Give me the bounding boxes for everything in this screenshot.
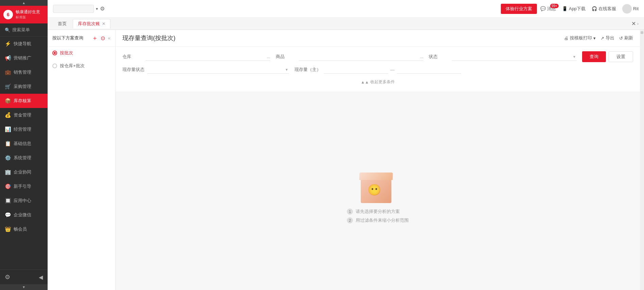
panel-collapse-btn[interactable]: › xyxy=(637,21,639,26)
scrollbar-thumb xyxy=(641,31,643,34)
sidebar-item-system[interactable]: ⚙️ 系统管理 xyxy=(0,151,48,165)
scheme-item-warehouse-batch[interactable]: 按仓库+批次 xyxy=(48,59,115,72)
online-service-item[interactable]: 🎧 在线客服 xyxy=(592,6,616,12)
sidebar-item-enterprise[interactable]: 🏢 企业协同 xyxy=(0,165,48,179)
sidebar-item-guide[interactable]: 🎯 新手引导 xyxy=(0,179,48,194)
sidebar-scroll-up[interactable]: ▲ xyxy=(0,0,48,6)
warehouse-input[interactable] xyxy=(146,53,270,61)
sidebar-item-quick-nav[interactable]: ⚡ 快捷导航 xyxy=(0,37,48,51)
refresh-button[interactable]: ↺ 刷新 xyxy=(619,35,633,41)
export-icon: ↗ xyxy=(600,36,604,41)
export-button[interactable]: ↗ 导出 xyxy=(600,35,614,41)
topbar-search-input[interactable] xyxy=(53,5,94,13)
print-template-button[interactable]: 🖨 按模板打印 ▾ xyxy=(564,35,596,41)
settings-scheme-button[interactable]: ⊙ xyxy=(101,35,105,41)
box-top xyxy=(359,173,393,180)
operations-icon: 📊 xyxy=(5,126,11,132)
stock-status-select-wrapper: 有库存 无库存 全部 ▾ xyxy=(147,66,289,74)
content-area: 😶 1 请先选择要分析的方案 2 用过滤条件来缩小分析范围 xyxy=(116,92,640,290)
query-button[interactable]: 查询 xyxy=(582,51,606,62)
nav-label: 资金管理 xyxy=(14,112,31,118)
collapse-left-panel-button[interactable]: « xyxy=(108,35,111,41)
app-download-item[interactable]: 📱 App下载 xyxy=(562,6,586,12)
panel-close-button[interactable]: ✕ xyxy=(631,20,636,27)
marketing-icon: 📢 xyxy=(5,55,11,61)
settings-footer-button[interactable]: ⚙ xyxy=(5,273,10,281)
stock-qty-range: — xyxy=(324,66,461,74)
user-item[interactable]: Rit xyxy=(622,4,639,14)
sidebar-item-finance[interactable]: 💰 资金管理 xyxy=(0,108,48,122)
topbar-dropdown-button[interactable]: ▾ xyxy=(96,6,98,11)
hint-num-2: 2 xyxy=(347,217,353,223)
filter-settings-button[interactable]: 设置 xyxy=(609,51,633,62)
nav-label: 库存核算 xyxy=(14,98,31,104)
nav-label: 系统管理 xyxy=(14,155,31,161)
page-title-actions: 🖨 按模板打印 ▾ ↗ 导出 ↺ 刷新 xyxy=(564,35,633,41)
messages-item[interactable]: 💬 消息 99+ xyxy=(540,6,556,12)
left-panel: 按以下方案查询 ＋ ⊙ « 按批次 按仓库+批次 xyxy=(48,30,116,290)
collapse-sidebar-button[interactable]: ◀ xyxy=(39,274,43,280)
vip-icon: 👑 xyxy=(5,226,11,232)
sidebar-item-apps[interactable]: 🔲 应用中心 xyxy=(0,194,48,208)
tab-close-button[interactable]: ✕ xyxy=(102,21,105,26)
sidebar-item-operations[interactable]: 📊 经营管理 xyxy=(0,122,48,137)
sidebar-item-marketing[interactable]: 📢 营销推广 xyxy=(0,51,48,65)
message-icon: 💬 xyxy=(540,6,546,11)
stock-status-select[interactable]: 有库存 无库存 全部 xyxy=(147,66,289,74)
left-panel-title: 按以下方案查询 xyxy=(52,35,83,41)
product-label: 商品 xyxy=(276,54,296,60)
scheme-item-batch[interactable]: 按批次 xyxy=(48,47,115,59)
export-label: 导出 xyxy=(606,35,614,41)
nav-label: 经营管理 xyxy=(14,126,31,132)
warehouse-input-wrapper: ... xyxy=(146,53,270,61)
sidebar-item-inventory[interactable]: 📦 库存核算 xyxy=(0,94,48,108)
sidebar-item-basic[interactable]: 📋 基础信息 xyxy=(0,137,48,151)
box-face: 😶 xyxy=(368,183,381,196)
inventory-icon: 📦 xyxy=(5,98,11,104)
status-select[interactable]: 正常 停用 xyxy=(452,53,577,61)
product-input[interactable] xyxy=(299,53,424,61)
quick-nav-icon: ⚡ xyxy=(5,41,11,47)
warehouse-filter: 仓库 ... xyxy=(122,53,270,61)
stock-qty-min-input[interactable] xyxy=(324,66,388,74)
print-dropdown-icon: ▾ xyxy=(593,36,596,41)
warehouse-more-button[interactable]: ... xyxy=(267,54,270,59)
filter-area: 仓库 ... 商品 ... xyxy=(116,47,640,92)
filter-action-buttons: 查询 设置 xyxy=(582,51,633,62)
experience-button[interactable]: 体验行业方案 xyxy=(501,4,537,14)
collapse-more-button[interactable]: ▲▲ 收起更多条件 xyxy=(122,77,633,87)
topbar-settings-button[interactable]: ⚙ xyxy=(100,5,105,12)
sidebar-item-sales[interactable]: 💼 销售管理 xyxy=(0,65,48,79)
print-icon: 🖨 xyxy=(564,36,569,41)
app-logo: 6 xyxy=(3,10,13,19)
sidebar-item-wechat[interactable]: 💬 企业微信 xyxy=(0,208,48,222)
tabbar: 首页 库存批次账 ✕ ✕ › xyxy=(48,18,644,30)
online-service-label: 在线客服 xyxy=(598,6,616,12)
main-area: ▾ ⚙ 体验行业方案 💬 消息 99+ 📱 App下载 🎧 在线客服 Rit xyxy=(48,0,644,290)
tab-home[interactable]: 首页 xyxy=(53,19,71,29)
sidebar-header: 6 畅康通好生意 标准版 xyxy=(0,6,48,23)
product-more-button[interactable]: ... xyxy=(420,54,423,59)
tab-batch-account[interactable]: 库存批次账 ✕ xyxy=(73,19,111,29)
apps-icon: 🔲 xyxy=(5,198,11,204)
sales-icon: 💼 xyxy=(5,69,11,75)
page-content: 按以下方案查询 ＋ ⊙ « 按批次 按仓库+批次 现存量查询(按批次) xyxy=(48,30,644,290)
add-scheme-button[interactable]: ＋ xyxy=(92,34,98,42)
sidebar-item-vip[interactable]: 👑 畅会员 xyxy=(0,222,48,236)
sidebar-scroll-down[interactable]: ▼ xyxy=(0,284,48,290)
product-input-wrapper: ... xyxy=(299,53,424,61)
sidebar-item-purchase[interactable]: 🛒 采购管理 xyxy=(0,79,48,94)
collapse-more-label: 收起更多条件 xyxy=(370,79,395,85)
hint-num-1: 1 xyxy=(347,209,353,215)
search-label: 搜索菜单 xyxy=(12,27,30,33)
scheme-label-warehouse-batch: 按仓库+批次 xyxy=(60,63,85,69)
nav-label: 新手引导 xyxy=(14,183,31,189)
stock-qty-separator: — xyxy=(390,67,395,72)
filter-row-1: 仓库 ... 商品 ... xyxy=(122,51,633,62)
sidebar-nav: ⚡ 快捷导航 📢 营销推广 💼 销售管理 🛒 采购管理 📦 库存核算 💰 资金管… xyxy=(0,37,48,270)
sidebar-search[interactable]: 🔍 搜索菜单 xyxy=(0,23,48,37)
right-scrollbar[interactable] xyxy=(640,30,644,290)
stock-qty-label: 现存量（主） xyxy=(294,67,321,73)
warehouse-label: 仓库 xyxy=(122,54,143,60)
stock-qty-max-input[interactable] xyxy=(397,66,461,74)
